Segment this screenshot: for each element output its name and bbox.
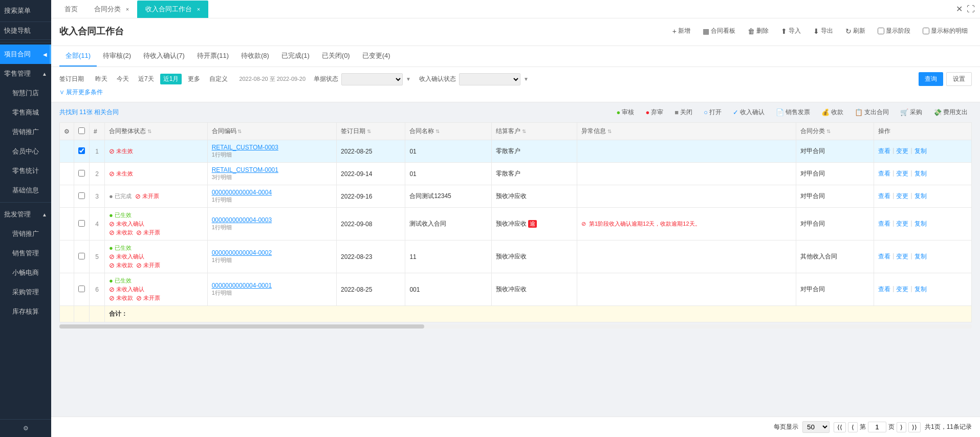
- filter-today-btn[interactable]: 今天: [114, 74, 132, 84]
- out-contract-btn[interactable]: 📋 支出合同: [851, 106, 893, 118]
- sidebar-item-retail-stat[interactable]: 零售统计: [0, 161, 51, 181]
- row3-code-link[interactable]: 0000000000004-0004: [212, 189, 272, 196]
- expand-more-btn[interactable]: ∨ 展开更多条件: [59, 88, 103, 97]
- col-contract-status-header[interactable]: 合同整体状态: [105, 123, 208, 140]
- sidebar-item-batch-mgmt[interactable]: 批发管理 ▲: [0, 205, 51, 224]
- row2-checkbox[interactable]: [78, 170, 85, 177]
- sidebar-settings[interactable]: ⚙: [0, 419, 51, 437]
- export-button[interactable]: ⬇ 导出: [809, 25, 837, 37]
- row4-checkbox[interactable]: [78, 220, 85, 227]
- row6-view-link[interactable]: 查看: [878, 285, 890, 294]
- tab-contract-category[interactable]: 合同分类 ×: [86, 1, 137, 18]
- sales-invoice-btn[interactable]: 📄 销售发票: [772, 106, 814, 118]
- horizontal-scrollbar-thumb[interactable]: [59, 324, 424, 329]
- row6-checkbox-cell[interactable]: [74, 273, 90, 306]
- row4-copy-link[interactable]: 复制: [914, 220, 927, 228]
- row3-checkbox[interactable]: [78, 192, 85, 199]
- row3-copy-link[interactable]: 复制: [914, 192, 927, 201]
- close-btn[interactable]: ■ 关闭: [670, 106, 696, 118]
- tab-completed[interactable]: 已完成(1): [275, 46, 316, 67]
- show-field-checkbox-label[interactable]: 显示阶段: [874, 25, 914, 37]
- row3-checkbox-cell[interactable]: [74, 185, 90, 208]
- select-all-checkbox[interactable]: [78, 127, 85, 134]
- sidebar-item-sales-mgmt[interactable]: 销售管理: [0, 244, 51, 263]
- row1-checkbox-cell[interactable]: [74, 140, 90, 163]
- col-customer-header[interactable]: 结算客户: [492, 123, 577, 140]
- open-btn[interactable]: ○ 打开: [700, 106, 726, 118]
- sidebar-item-base-info[interactable]: 基础信息: [0, 181, 51, 200]
- tab-all[interactable]: 全部(11): [59, 46, 97, 67]
- refresh-button[interactable]: ↻ 刷新: [841, 25, 869, 37]
- col-contract-code-header[interactable]: 合同编码: [207, 123, 336, 140]
- row4-checkbox-cell[interactable]: [74, 208, 90, 241]
- sidebar-item-project[interactable]: 项目合同 ◀: [0, 45, 51, 64]
- row6-code-link[interactable]: 0000000000004-0001: [212, 282, 272, 289]
- col-contract-type-header[interactable]: 合同分类: [796, 123, 874, 140]
- first-page-btn[interactable]: ⟨⟨: [834, 422, 846, 432]
- sidebar-item-retail-mall[interactable]: 零售商城: [0, 103, 51, 122]
- col-contract-name-header[interactable]: 合同名称: [405, 123, 492, 140]
- row5-code-link[interactable]: 0000000000004-0002: [212, 249, 272, 256]
- row3-change-link[interactable]: 变更: [896, 192, 908, 201]
- row1-code-link[interactable]: RETAIL_CUSTOM-0003: [212, 144, 278, 151]
- col-error-info-header[interactable]: 异常信息: [577, 123, 796, 140]
- row4-view-link[interactable]: 查看: [878, 220, 890, 228]
- row2-copy-link[interactable]: 复制: [914, 169, 927, 178]
- abandon-btn[interactable]: ● 弃审: [641, 106, 667, 118]
- delete-button[interactable]: 🗑 删除: [744, 25, 773, 37]
- row5-checkbox[interactable]: [78, 253, 85, 259]
- row5-change-link[interactable]: 变更: [896, 252, 908, 261]
- filter-yesterday-btn[interactable]: 昨天: [92, 74, 111, 84]
- col-checkbox-header[interactable]: [74, 123, 90, 140]
- filter-last7-btn[interactable]: 近7天: [135, 74, 157, 84]
- per-page-select[interactable]: 50 10 20 100: [802, 421, 830, 433]
- tab-home[interactable]: 首页: [56, 1, 86, 18]
- tab-pending-invoice[interactable]: 待开票(11): [191, 46, 235, 67]
- row5-copy-link[interactable]: 复制: [914, 252, 927, 261]
- row6-copy-link[interactable]: 复制: [914, 285, 927, 294]
- tab-pending-review[interactable]: 待审核(2): [97, 46, 137, 67]
- sidebar-item-xiaochang[interactable]: 小畅电商: [0, 263, 51, 282]
- expense-btn[interactable]: 💸 费用支出: [929, 106, 972, 118]
- row2-view-link[interactable]: 查看: [878, 169, 890, 178]
- tab-income-workbench[interactable]: 收入合同工作台 ×: [137, 1, 208, 18]
- row5-view-link[interactable]: 查看: [878, 252, 890, 261]
- tab-closed[interactable]: 已关闭(0): [316, 46, 356, 67]
- row3-view-link[interactable]: 查看: [878, 192, 890, 201]
- purchase-btn[interactable]: 🛒 采购: [896, 106, 926, 118]
- filter-last1month-btn[interactable]: 近1月: [160, 74, 182, 84]
- settings-button[interactable]: 设置: [946, 72, 972, 86]
- row6-change-link[interactable]: 变更: [896, 285, 908, 294]
- row2-checkbox-cell[interactable]: [74, 163, 90, 185]
- col-sign-date-header[interactable]: 签订日期: [337, 123, 405, 140]
- sidebar-item-inventory[interactable]: 库存核算: [0, 302, 51, 321]
- import-button[interactable]: ⬆ 导入: [777, 25, 805, 37]
- receive-btn[interactable]: 💰 收款: [817, 106, 847, 118]
- prev-page-btn[interactable]: ⟨: [848, 422, 858, 432]
- row6-checkbox[interactable]: [78, 286, 85, 292]
- tab-pending-receive[interactable]: 待收款(8): [235, 46, 275, 67]
- sidebar-item-marketing2[interactable]: 营销推广: [0, 224, 51, 244]
- sidebar-item-retail[interactable]: 零售管理 ▲: [0, 64, 51, 83]
- review-btn[interactable]: ● 审核: [613, 106, 639, 118]
- kanban-button[interactable]: ▦ 合同看板: [699, 25, 739, 37]
- tab-contract-category-close[interactable]: ×: [126, 6, 129, 12]
- tab-pending-income-confirm[interactable]: 待收入确认(7): [137, 46, 191, 67]
- row2-change-link[interactable]: 变更: [896, 169, 908, 178]
- show-detail-checkbox[interactable]: [923, 28, 929, 34]
- income-confirm-btn[interactable]: ✓ 收入确认: [729, 106, 769, 118]
- filter-more-btn[interactable]: 更多: [185, 74, 203, 84]
- row1-view-link[interactable]: 查看: [878, 147, 890, 156]
- filter-custom-btn[interactable]: 自定义: [206, 74, 231, 84]
- sidebar-search[interactable]: 搜索菜单: [0, 0, 51, 22]
- row2-code-link[interactable]: RETAIL_CUSTOM-0001: [212, 166, 278, 173]
- row5-checkbox-cell[interactable]: [74, 241, 90, 273]
- tab-close-all-icon[interactable]: ✕: [956, 4, 963, 14]
- row4-code-link[interactable]: 0000000000004-0003: [212, 216, 272, 224]
- tab-changed[interactable]: 已变更(4): [356, 46, 397, 67]
- sidebar-item-purchase[interactable]: 采购管理: [0, 282, 51, 302]
- tab-income-workbench-close[interactable]: ×: [197, 6, 200, 12]
- query-button[interactable]: 查询: [919, 72, 943, 86]
- row1-change-link[interactable]: 变更: [896, 147, 908, 156]
- last-page-btn[interactable]: ⟩⟩: [908, 422, 921, 432]
